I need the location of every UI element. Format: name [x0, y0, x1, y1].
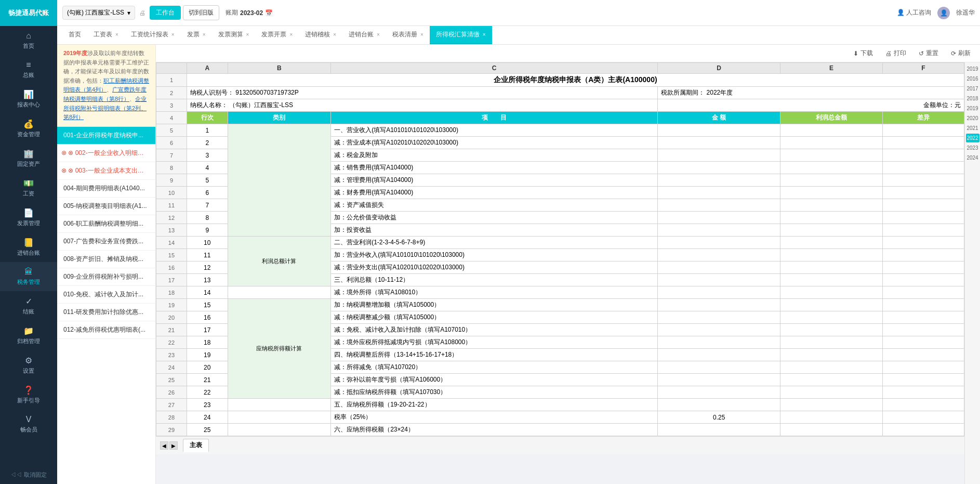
cell-row2-c[interactable]: 减：营业成本(填写A102010\102020\103000)	[331, 137, 658, 149]
cell-row1-f[interactable]	[882, 124, 964, 137]
menu-item-11[interactable]: 012-减免所得税优惠明细表(...	[57, 321, 155, 339]
cell-row16-a[interactable]: 16	[187, 311, 228, 324]
cell-row13-e[interactable]	[780, 274, 883, 286]
cell-row5-d[interactable]	[658, 174, 780, 187]
cell-row1-e[interactable]	[780, 124, 883, 137]
cell-row6-c[interactable]: 减：财务费用(填写A104000)	[331, 187, 658, 199]
tab-invoice-close[interactable]: ×	[203, 32, 206, 37]
cell-row2-f[interactable]	[882, 137, 964, 149]
cell-row14-d[interactable]	[658, 286, 780, 299]
cell-row8-c[interactable]: 加：公允价值变动收益	[331, 212, 658, 224]
sidebar-item-funds[interactable]: 💰 资金管理	[0, 114, 57, 143]
cell-row24-c[interactable]: 税率（25%）	[331, 411, 658, 424]
cell-row22-d[interactable]	[658, 386, 780, 399]
cell-row13-d[interactable]	[658, 274, 780, 286]
cell-row6-f[interactable]	[882, 187, 964, 199]
cell-row7-c[interactable]: 减：资产减值损失	[331, 199, 658, 212]
unpin-button[interactable]: ◁◁ 取消固定	[0, 466, 57, 484]
menu-item-7[interactable]: 008-资产折旧、摊销及纳税...	[57, 251, 155, 268]
cell-row6-e[interactable]	[780, 187, 883, 199]
sidebar-item-salary[interactable]: 💵 工资	[0, 173, 57, 203]
timeline-2023[interactable]: 2023	[965, 143, 979, 152]
cell-row18-a[interactable]: 18	[187, 336, 228, 349]
tab-sales-audit[interactable]: 进销稽核 ×	[299, 26, 342, 45]
sidebar-item-invoice[interactable]: 📄 发票管理	[0, 203, 57, 232]
cell-row23-d[interactable]	[658, 399, 780, 411]
cell-row1-d[interactable]	[658, 124, 780, 137]
cell-row22-e[interactable]	[780, 386, 883, 399]
cell-row9-f[interactable]	[882, 224, 964, 237]
menu-item-2[interactable]: ⊗ 003-一般企业成本支出明细...	[57, 162, 155, 180]
tab-payroll-stats-close[interactable]: ×	[171, 32, 175, 37]
menu-item-1[interactable]: ⊗ 002-一般企业收入明细表(A1...	[57, 145, 155, 162]
cell-row11-a[interactable]: 11	[187, 249, 228, 261]
timeline-2022[interactable]: 2022	[966, 134, 979, 142]
cell-row12-c[interactable]: 减：营业外支出(填写A102010\102020\103000)	[331, 261, 658, 274]
cell-row12-a[interactable]: 12	[187, 261, 228, 274]
cell-row18-c[interactable]: 减：境外应税所得抵减境内亏损（填写A108000）	[331, 336, 658, 349]
cell-row3-d[interactable]	[658, 149, 780, 162]
cell-row18-f[interactable]	[882, 336, 964, 349]
cell-row21-e[interactable]	[780, 374, 883, 386]
cutover-button[interactable]: 切到旧版	[183, 5, 219, 20]
cell-row19-c[interactable]: 四、纳税调整后所得（13-14+15-16-17+18）	[331, 349, 658, 361]
cell-row9-a[interactable]: 9	[187, 224, 228, 237]
cell-row5-f[interactable]	[882, 174, 964, 187]
cell-row22-f[interactable]	[882, 386, 964, 399]
cell-row24-d[interactable]: 0.25	[658, 411, 780, 424]
cell-row13-f[interactable]	[882, 274, 964, 286]
cell-row25-e[interactable]	[780, 424, 883, 436]
cell-row20-c[interactable]: 减：所得减免（填写A107020）	[331, 361, 658, 374]
cell-row20-f[interactable]	[882, 361, 964, 374]
timeline-2024[interactable]: 2024	[965, 153, 979, 162]
ai-consult-button[interactable]: 👤 人工咨询	[897, 8, 931, 17]
cell-row16-d[interactable]	[658, 311, 780, 324]
menu-item-6[interactable]: 007-广告费和业务宣传费跌...	[57, 233, 155, 251]
reset-button[interactable]: ↺ 重置	[916, 48, 942, 59]
cell-row5-a[interactable]: 5	[187, 174, 228, 187]
cell-row14-c[interactable]: 减：境外所得（填写A108010）	[331, 286, 658, 299]
cell-row8-d[interactable]	[658, 212, 780, 224]
tab-sales-ledger-close[interactable]: ×	[377, 32, 380, 37]
cell-row25-d[interactable]	[658, 424, 780, 436]
tab-income-tax[interactable]: 所得税汇算清缴 ×	[430, 26, 492, 45]
cell-row7-f[interactable]	[882, 199, 964, 212]
cell-row1-a[interactable]: 1	[187, 124, 228, 137]
refresh-button[interactable]: ⟳ 刷新	[948, 48, 974, 59]
tab-invoice[interactable]: 发票 ×	[181, 26, 212, 45]
cell-row10-f[interactable]	[882, 237, 964, 249]
cell-row3-e[interactable]	[780, 149, 883, 162]
menu-item-9[interactable]: 010-免税、减计收入及加计...	[57, 286, 155, 304]
cell-row5-c[interactable]: 减：管理费用(填写A104000)	[331, 174, 658, 187]
cell-row10-e[interactable]	[780, 237, 883, 249]
cell-row1-b[interactable]	[228, 124, 331, 237]
tab-payroll-stats[interactable]: 工资统计报表 ×	[125, 26, 181, 45]
sidebar-item-assets[interactable]: 🏢 固定资产	[0, 143, 57, 173]
cell-row2-a[interactable]: 2	[187, 137, 228, 149]
sidebar-item-tax[interactable]: 🏛 税务管理	[0, 262, 57, 291]
cell-row15-a[interactable]: 15	[187, 299, 228, 311]
cell-row13-c[interactable]: 三、利润总额（10-11-12）	[331, 274, 658, 286]
cell-row8-e[interactable]	[780, 212, 883, 224]
cell-row4-f[interactable]	[882, 162, 964, 174]
cell-row6-a[interactable]: 6	[187, 187, 228, 199]
cell-row22-c[interactable]: 减：抵扣应纳税所得额（填写A107030）	[331, 386, 658, 399]
cell-row15-f[interactable]	[882, 299, 964, 311]
cell-row20-e[interactable]	[780, 361, 883, 374]
cell-row11-e[interactable]	[780, 249, 883, 261]
cell-row2-e[interactable]	[780, 137, 883, 149]
timeline-2017[interactable]: 2017	[965, 84, 979, 93]
tab-home[interactable]: 首页	[62, 26, 87, 45]
menu-item-8[interactable]: 009-企业所得税附补亏损明...	[57, 268, 155, 286]
cell-row7-a[interactable]: 7	[187, 199, 228, 212]
timeline-2016[interactable]: 2016	[965, 74, 979, 83]
timeline-2019[interactable]: 2019	[965, 104, 979, 113]
cell-row24-f[interactable]	[882, 411, 964, 424]
cell-row10-d[interactable]	[658, 237, 780, 249]
cell-row25-f[interactable]	[882, 424, 964, 436]
cell-row17-f[interactable]	[882, 324, 964, 336]
cell-row23-f[interactable]	[882, 399, 964, 411]
sidebar-item-guide[interactable]: ❓ 新手引导	[0, 380, 57, 410]
timeline-2019-top[interactable]: 2019	[965, 64, 979, 73]
cell-row10-a[interactable]: 10	[187, 237, 228, 249]
